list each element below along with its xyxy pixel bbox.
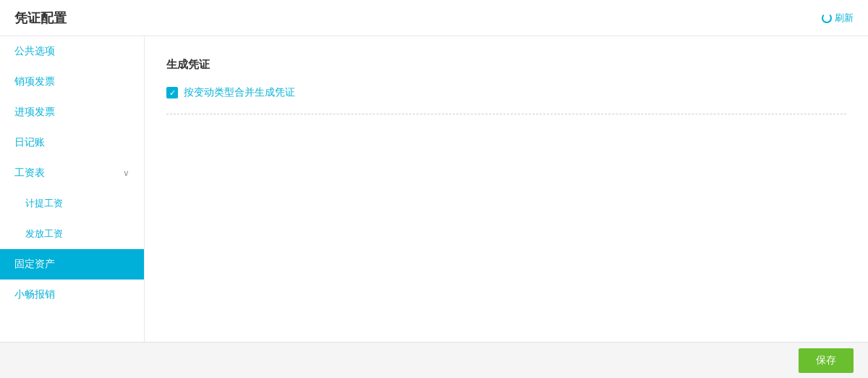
sidebar-item-label: 计提工资 bbox=[25, 197, 63, 210]
sidebar-item-label: 日记账 bbox=[14, 136, 45, 149]
header: 凭证配置 刷新 bbox=[0, 0, 868, 36]
page-title: 凭证配置 bbox=[14, 9, 67, 27]
sidebar-item-label: 固定资产 bbox=[14, 258, 55, 271]
sidebar-item-pay-payroll[interactable]: 发放工资 bbox=[0, 219, 144, 249]
sidebar-item-label: 公共选项 bbox=[14, 45, 55, 58]
footer: 保存 bbox=[0, 342, 868, 378]
sidebar-item-sales-invoice[interactable]: 销项发票 bbox=[0, 67, 144, 97]
refresh-button[interactable]: 刷新 bbox=[822, 12, 854, 25]
merge-by-type-label[interactable]: 按变动类型合并生成凭证 bbox=[184, 86, 295, 99]
main-layout: 公共选项销项发票进项发票日记账工资表∨计提工资发放工资固定资产小畅报销 生成凭证… bbox=[0, 36, 868, 342]
page-wrapper: 凭证配置 刷新 公共选项销项发票进项发票日记账工资表∨计提工资发放工资固定资产小… bbox=[0, 0, 868, 378]
content-area: 生成凭证 按变动类型合并生成凭证 bbox=[145, 36, 868, 342]
sidebar-item-label: 进项发票 bbox=[14, 106, 55, 119]
sidebar-item-label: 小畅报销 bbox=[14, 288, 55, 301]
section-divider bbox=[166, 114, 846, 114]
sidebar-item-fixed-assets[interactable]: 固定资产 bbox=[0, 249, 144, 280]
save-button[interactable]: 保存 bbox=[799, 348, 854, 373]
sidebar-item-label: 工资表 bbox=[14, 167, 45, 180]
chevron-down-icon: ∨ bbox=[123, 168, 129, 178]
checkbox-row: 按变动类型合并生成凭证 bbox=[166, 86, 846, 99]
sidebar-item-expense-report[interactable]: 小畅报销 bbox=[0, 280, 144, 310]
sidebar-item-payroll-table[interactable]: 工资表∨ bbox=[0, 158, 144, 188]
sidebar-item-label: 销项发票 bbox=[14, 75, 55, 88]
sidebar-item-journal[interactable]: 日记账 bbox=[0, 127, 144, 158]
merge-by-type-checkbox[interactable] bbox=[166, 87, 178, 98]
sidebar-item-accrued-payroll[interactable]: 计提工资 bbox=[0, 188, 144, 219]
refresh-label: 刷新 bbox=[835, 12, 854, 25]
sidebar-item-label: 发放工资 bbox=[25, 227, 63, 240]
sidebar: 公共选项销项发票进项发票日记账工资表∨计提工资发放工资固定资产小畅报销 bbox=[0, 36, 145, 342]
sidebar-item-purchase-invoice[interactable]: 进项发票 bbox=[0, 97, 144, 127]
section-title: 生成凭证 bbox=[166, 58, 846, 72]
sidebar-item-public-options[interactable]: 公共选项 bbox=[0, 36, 144, 67]
refresh-icon bbox=[822, 13, 832, 23]
